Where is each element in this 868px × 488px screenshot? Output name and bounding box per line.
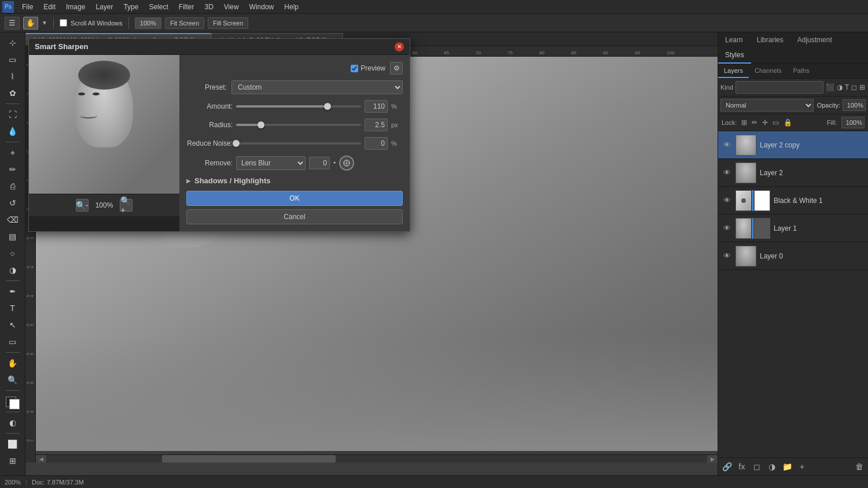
stamp-tool[interactable]: ⎙ — [3, 178, 22, 194]
layer-filter-type-btn[interactable]: T — [845, 82, 849, 93]
blur-tool[interactable]: ○ — [3, 245, 22, 261]
new-layer-btn[interactable]: + — [796, 460, 808, 473]
hscrollbar-track[interactable] — [46, 455, 707, 463]
lock-pixels-btn[interactable]: ✏ — [752, 119, 757, 127]
layer0-visibility-btn[interactable]: 👁 — [722, 251, 732, 261]
link-layers-btn[interactable]: 🔗 — [720, 460, 733, 473]
scroll-all-windows-checkbox[interactable] — [60, 19, 67, 27]
lock-artboard-btn[interactable]: ▭ — [773, 119, 779, 127]
paths-tab[interactable]: Paths — [788, 64, 815, 78]
hscrollbar-thumb[interactable] — [162, 455, 336, 463]
preset-select[interactable]: Custom — [231, 80, 403, 94]
menu-type[interactable]: Type — [119, 2, 143, 12]
mask-mode[interactable]: ◐ — [3, 415, 22, 431]
history-tool[interactable]: ↺ — [3, 195, 22, 211]
menu-window[interactable]: Window — [245, 2, 279, 12]
layers-search-input[interactable] — [735, 81, 823, 94]
layer-item-bw1[interactable]: 👁 Black & White 1 — [718, 187, 868, 215]
layer-item-layer2[interactable]: 👁 Layer 2 — [718, 159, 868, 187]
fill-input[interactable] — [841, 117, 865, 128]
bw1-visibility-btn[interactable]: 👁 — [722, 195, 732, 206]
eyedropper-tool[interactable]: 💧 — [3, 123, 22, 139]
eraser-tool[interactable]: ⌫ — [3, 212, 22, 228]
menu-3d[interactable]: 3D — [200, 2, 218, 12]
shadows-highlights-row[interactable]: ▶ Shadows / Highlights — [186, 176, 403, 185]
amount-slider-thumb[interactable] — [324, 103, 331, 110]
shape-tool[interactable]: ▭ — [3, 334, 22, 350]
zoom-value-btn[interactable]: 100% — [135, 17, 161, 29]
fill-screen-btn[interactable]: Fill Screen — [208, 17, 248, 29]
add-style-btn[interactable]: fx — [735, 460, 748, 473]
dialog-preview-image[interactable] — [29, 55, 179, 194]
tab-learn[interactable]: Learn — [718, 32, 750, 47]
menu-image[interactable]: Image — [61, 2, 90, 12]
layer2copy-visibility-btn[interactable]: 👁 — [722, 140, 732, 150]
channels-tab[interactable]: Channels — [749, 64, 787, 78]
layer-item-layer0[interactable]: 👁 Layer 0 — [718, 242, 868, 270]
menu-edit[interactable]: Edit — [39, 2, 60, 12]
opacity-input[interactable] — [843, 99, 866, 111]
layer-filter-pixel-btn[interactable]: ⬛ — [826, 82, 834, 93]
hscrollbar[interactable]: ◀ ▶ — [36, 454, 718, 463]
foreground-color[interactable] — [3, 393, 22, 409]
tab-styles[interactable]: Styles — [718, 47, 751, 64]
ok-button[interactable]: OK — [186, 191, 403, 206]
menu-file[interactable]: File — [17, 2, 38, 12]
hand-dropdown[interactable]: ▼ — [42, 20, 47, 26]
settings-gear-btn[interactable]: ⚙ — [390, 62, 403, 75]
menu-view[interactable]: View — [219, 2, 244, 12]
lock-all-btn[interactable]: 🔒 — [784, 119, 792, 127]
add-mask-btn[interactable]: ◻ — [751, 460, 763, 473]
layer-filter-adj-btn[interactable]: ◑ — [837, 82, 843, 93]
layer-filter-smart-btn[interactable]: ⊞ — [859, 82, 865, 93]
layer-item-layer1[interactable]: 👁 Layer 1 — [718, 215, 868, 242]
cancel-button[interactable]: Cancel — [186, 209, 403, 224]
new-group-btn[interactable]: 📁 — [781, 460, 793, 473]
amount-slider-track[interactable] — [236, 105, 361, 108]
lock-transparent-btn[interactable]: ⊞ — [741, 119, 747, 127]
lock-position-btn[interactable]: ✛ — [762, 119, 768, 127]
layer-filter-shape-btn[interactable]: ◻ — [851, 82, 857, 93]
radius-value-input[interactable] — [365, 119, 388, 131]
radius-slider-thumb[interactable] — [258, 121, 264, 128]
layer2-visibility-btn[interactable]: 👁 — [722, 168, 732, 178]
menu-filter[interactable]: Filter — [174, 2, 199, 12]
dodge-tool[interactable]: ◑ — [3, 262, 22, 278]
delete-layer-btn[interactable]: 🗑 — [853, 460, 866, 473]
amount-value-input[interactable] — [365, 100, 388, 113]
scroll-right-btn[interactable]: ▶ — [707, 455, 718, 463]
reduce-noise-value-input[interactable] — [365, 137, 388, 150]
path-select-tool[interactable]: ↖ — [3, 317, 22, 333]
layer-item-layer2copy[interactable]: 👁 Layer 2 copy — [718, 131, 868, 159]
new-adj-layer-btn[interactable]: ◑ — [766, 460, 778, 473]
lasso-tool[interactable]: ⌇ — [3, 68, 22, 84]
artboard-mode[interactable]: ⊞ — [3, 453, 22, 469]
pen-tool[interactable]: ✒ — [3, 283, 22, 300]
reduce-noise-slider-track[interactable] — [236, 142, 361, 145]
hand-tool-btn[interactable]: ✋ — [23, 17, 38, 29]
menu-layer[interactable]: Layer — [91, 2, 117, 12]
tab-libraries[interactable]: Libraries — [750, 32, 790, 47]
spot-heal-tool[interactable]: ⌖ — [3, 145, 22, 161]
fit-screen-btn[interactable]: Fit Screen — [165, 17, 204, 29]
zoom-tool[interactable]: 🔍 — [3, 372, 22, 388]
marquee-tool[interactable]: ▭ — [3, 51, 22, 68]
tab-adjustment[interactable]: Adjustment — [790, 32, 839, 47]
move-tool-btn[interactable]: ☰ — [5, 17, 20, 29]
preview-checkbox[interactable] — [351, 65, 358, 72]
layer1-visibility-btn[interactable]: 👁 — [722, 223, 732, 234]
brush-tool[interactable]: ✏ — [3, 161, 22, 178]
crop-tool[interactable]: ⛶ — [3, 106, 22, 123]
layers-tab[interactable]: Layers — [718, 64, 749, 78]
remove-crosshair-btn[interactable] — [339, 156, 354, 171]
frame-mode[interactable]: ⬜ — [3, 436, 22, 452]
zoom-in-btn[interactable]: 🔍+ — [120, 199, 133, 212]
blend-mode-select[interactable]: Normal — [720, 99, 814, 112]
zoom-out-btn[interactable]: 🔍- — [76, 199, 89, 212]
remove-select[interactable]: Lens Blur Gaussian Blur Motion Blur — [236, 156, 306, 170]
quick-select-tool[interactable]: ✿ — [3, 85, 22, 101]
remove-amount-input[interactable] — [309, 157, 330, 169]
reduce-noise-thumb[interactable] — [233, 140, 240, 147]
hand-tool[interactable]: ✋ — [3, 355, 22, 371]
gradient-tool[interactable]: ▤ — [3, 228, 22, 245]
